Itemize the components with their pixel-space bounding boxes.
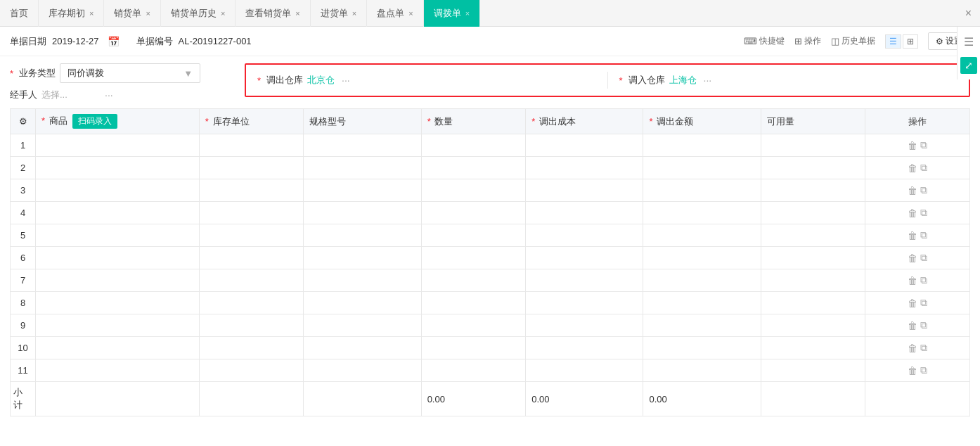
- available-cell-8[interactable]: [761, 292, 865, 314]
- product-cell-10[interactable]: [36, 337, 200, 359]
- tab-inventory-init[interactable]: 库存期初 ×: [39, 0, 104, 27]
- transfer-out-value[interactable]: 北京仓: [307, 74, 335, 87]
- delete-icon-9[interactable]: 🗑: [908, 320, 917, 331]
- amount-cell-7[interactable]: [643, 269, 761, 292]
- gear-settings-icon[interactable]: ⚙: [19, 116, 27, 127]
- product-cell-8[interactable]: [36, 292, 200, 314]
- product-cell-4[interactable]: [36, 202, 200, 224]
- unit-cell-8[interactable]: [199, 292, 304, 314]
- tab-transfer[interactable]: 调拨单 ×: [424, 0, 480, 27]
- spec-cell-1[interactable]: [304, 134, 421, 157]
- spec-cell-9[interactable]: [304, 314, 421, 337]
- scan-barcode-btn[interactable]: 扫码录入: [72, 114, 117, 129]
- tab-home[interactable]: 首页: [0, 0, 39, 27]
- amount-cell-8[interactable]: [643, 292, 761, 314]
- cost-cell-6[interactable]: [526, 247, 643, 269]
- transfer-in-value[interactable]: 上海仓: [669, 74, 697, 87]
- unit-cell-11[interactable]: [199, 359, 304, 382]
- amount-cell-9[interactable]: [643, 314, 761, 337]
- close-inventory-init[interactable]: ×: [89, 9, 94, 18]
- qty-cell-1[interactable]: [421, 134, 526, 157]
- amount-cell-4[interactable]: [643, 202, 761, 224]
- spec-cell-6[interactable]: [304, 247, 421, 269]
- available-cell-5[interactable]: [761, 224, 865, 247]
- spec-cell-4[interactable]: [304, 202, 421, 224]
- cost-cell-1[interactable]: [526, 134, 643, 157]
- delete-icon-3[interactable]: 🗑: [908, 185, 917, 196]
- sidebar-expand-icon[interactable]: ⤢: [960, 57, 977, 74]
- cost-cell-7[interactable]: [526, 269, 643, 292]
- copy-icon-9[interactable]: ⧉: [920, 319, 927, 331]
- tab-sales-order[interactable]: 销货单 ×: [104, 0, 160, 27]
- grid-view-btn[interactable]: ⊞: [903, 34, 918, 49]
- unit-cell-5[interactable]: [199, 224, 304, 247]
- cost-cell-8[interactable]: [526, 292, 643, 314]
- available-cell-10[interactable]: [761, 337, 865, 359]
- qty-cell-6[interactable]: [421, 247, 526, 269]
- spec-cell-5[interactable]: [304, 224, 421, 247]
- spec-cell-2[interactable]: [304, 157, 421, 179]
- cost-cell-5[interactable]: [526, 224, 643, 247]
- amount-cell-1[interactable]: [643, 134, 761, 157]
- operations-btn[interactable]: ⊞ 操作: [794, 35, 821, 47]
- product-cell-9[interactable]: [36, 314, 200, 337]
- product-cell-7[interactable]: [36, 269, 200, 292]
- delete-icon-4[interactable]: 🗑: [908, 208, 917, 219]
- unit-cell-2[interactable]: [199, 157, 304, 179]
- available-cell-9[interactable]: [761, 314, 865, 337]
- available-cell-2[interactable]: [761, 157, 865, 179]
- tab-view-sales[interactable]: 查看销货单 ×: [236, 0, 310, 27]
- available-cell-6[interactable]: [761, 247, 865, 269]
- copy-icon-5[interactable]: ⧉: [920, 229, 927, 241]
- available-cell-4[interactable]: [761, 202, 865, 224]
- tab-purchase-order[interactable]: 进货单 ×: [311, 0, 367, 27]
- spec-cell-8[interactable]: [304, 292, 421, 314]
- close-inventory-check[interactable]: ×: [408, 9, 413, 18]
- product-cell-1[interactable]: [36, 134, 200, 157]
- col-header-gear[interactable]: ⚙: [11, 109, 36, 134]
- list-view-btn[interactable]: ☰: [885, 34, 901, 49]
- available-cell-11[interactable]: [761, 359, 865, 382]
- amount-cell-3[interactable]: [643, 179, 761, 202]
- product-cell-6[interactable]: [36, 247, 200, 269]
- product-cell-3[interactable]: [36, 179, 200, 202]
- copy-icon-7[interactable]: ⧉: [920, 274, 927, 286]
- copy-icon-2[interactable]: ⧉: [920, 162, 927, 174]
- copy-icon-6[interactable]: ⧉: [920, 252, 927, 264]
- copy-icon-4[interactable]: ⧉: [920, 207, 927, 219]
- cost-cell-11[interactable]: [526, 359, 643, 382]
- product-cell-2[interactable]: [36, 157, 200, 179]
- cost-cell-2[interactable]: [526, 157, 643, 179]
- calendar-icon[interactable]: 📅: [108, 36, 120, 47]
- unit-cell-10[interactable]: [199, 337, 304, 359]
- amount-cell-11[interactable]: [643, 359, 761, 382]
- unit-cell-6[interactable]: [199, 247, 304, 269]
- shortcuts-btn[interactable]: ⌨ 快捷键: [744, 35, 785, 47]
- unit-cell-1[interactable]: [199, 134, 304, 157]
- spec-cell-10[interactable]: [304, 337, 421, 359]
- copy-icon-11[interactable]: ⧉: [920, 364, 927, 376]
- delete-icon-8[interactable]: 🗑: [908, 298, 917, 309]
- close-purchase-order[interactable]: ×: [352, 9, 356, 18]
- delete-icon-6[interactable]: 🗑: [908, 253, 917, 264]
- spec-cell-7[interactable]: [304, 269, 421, 292]
- unit-cell-3[interactable]: [199, 179, 304, 202]
- tab-inventory-check[interactable]: 盘点单 ×: [367, 0, 423, 27]
- cost-cell-9[interactable]: [526, 314, 643, 337]
- close-view-sales[interactable]: ×: [295, 9, 299, 18]
- copy-icon-8[interactable]: ⧉: [920, 297, 927, 309]
- unit-cell-9[interactable]: [199, 314, 304, 337]
- qty-cell-2[interactable]: [421, 157, 526, 179]
- unit-cell-7[interactable]: [199, 269, 304, 292]
- available-cell-3[interactable]: [761, 179, 865, 202]
- cost-cell-10[interactable]: [526, 337, 643, 359]
- amount-cell-6[interactable]: [643, 247, 761, 269]
- qty-cell-11[interactable]: [421, 359, 526, 382]
- handler-placeholder[interactable]: 选择...: [41, 89, 98, 101]
- business-type-select[interactable]: 同价调拨 ▼: [60, 63, 200, 83]
- delete-icon-5[interactable]: 🗑: [908, 230, 917, 241]
- copy-icon-3[interactable]: ⧉: [920, 184, 927, 196]
- transfer-out-more-icon[interactable]: ···: [342, 75, 350, 86]
- delete-icon-2[interactable]: 🗑: [908, 163, 917, 174]
- tab-sales-history[interactable]: 销货单历史 ×: [161, 0, 236, 27]
